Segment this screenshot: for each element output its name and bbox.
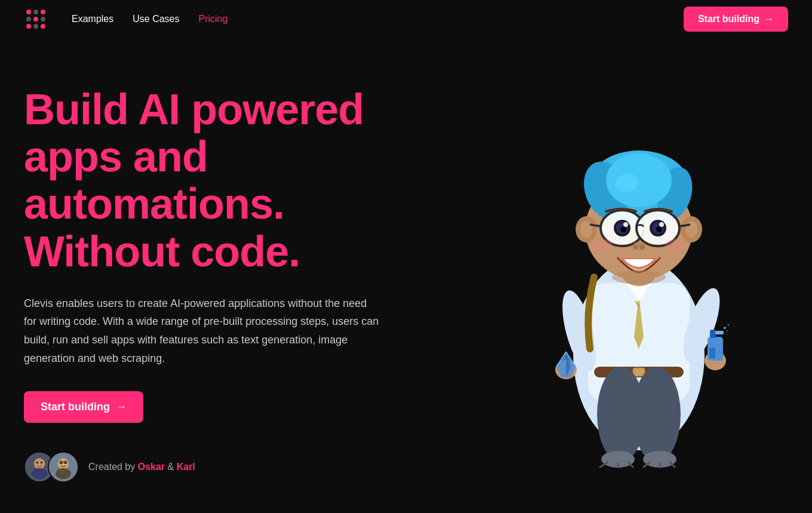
character-illustration: [502, 98, 776, 468]
svg-rect-27: [633, 368, 645, 376]
svg-point-64: [685, 221, 697, 238]
svg-point-12: [36, 462, 38, 464]
svg-point-7: [33, 24, 38, 29]
nav-cta-arrow: →: [764, 14, 774, 24]
svg-point-75: [623, 222, 628, 227]
nav-item-examples[interactable]: Examples: [72, 14, 113, 24]
avatar-karl: [48, 451, 79, 483]
svg-point-80: [633, 245, 638, 250]
svg-point-78: [656, 226, 662, 232]
hero-cta-arrow: →: [116, 401, 127, 413]
hero-content: Build AI powered apps and automations. W…: [24, 86, 382, 483]
hero-title: Build AI powered apps and automations. W…: [24, 86, 382, 275]
svg-point-3: [26, 17, 31, 21]
svg-point-16: [56, 468, 71, 479]
nav-item-use-cases[interactable]: Use Cases: [133, 14, 179, 24]
svg-point-29: [633, 367, 681, 462]
logo[interactable]: [24, 7, 48, 31]
nav-link-examples[interactable]: Examples: [72, 14, 113, 24]
creator-oskar-link[interactable]: Oskar: [138, 462, 165, 472]
svg-point-10: [34, 458, 45, 469]
svg-point-11: [32, 468, 47, 479]
nav-item-pricing[interactable]: Pricing: [199, 14, 228, 24]
svg-rect-48: [710, 330, 716, 338]
nav-left: Examples Use Cases Pricing: [24, 7, 227, 31]
svg-point-4: [33, 17, 38, 21]
hero-section: Build AI powered apps and automations. W…: [0, 38, 812, 506]
svg-point-0: [26, 10, 31, 14]
svg-rect-50: [709, 348, 715, 358]
svg-point-52: [728, 324, 730, 326]
creators-text: Created by Oskar & Karl: [88, 462, 195, 472]
nav-links: Examples Use Cases Pricing: [72, 14, 227, 24]
svg-point-63: [580, 221, 592, 238]
avatars: [24, 451, 79, 483]
svg-point-76: [659, 222, 664, 227]
svg-point-83: [591, 239, 613, 253]
hero-image: [466, 74, 812, 492]
hero-cta-label: Start building: [41, 401, 110, 413]
svg-point-1: [33, 10, 38, 14]
svg-point-8: [41, 24, 45, 29]
nav-start-building-button[interactable]: Start building →: [684, 7, 788, 32]
svg-point-2: [41, 10, 45, 14]
creator-karl-link[interactable]: Karl: [177, 462, 195, 472]
svg-point-13: [41, 462, 43, 464]
nav-cta-label: Start building: [698, 14, 759, 24]
svg-point-5: [41, 17, 45, 21]
navbar: Examples Use Cases Pricing Start buildin…: [0, 0, 812, 38]
svg-point-82: [612, 270, 666, 284]
nav-link-pricing[interactable]: Pricing: [199, 14, 228, 24]
svg-point-51: [724, 327, 726, 329]
svg-point-53: [727, 330, 728, 331]
nav-link-use-cases[interactable]: Use Cases: [133, 14, 179, 24]
svg-point-81: [640, 245, 645, 250]
hero-start-building-button[interactable]: Start building →: [24, 391, 143, 423]
svg-point-84: [665, 239, 687, 253]
creators: Created by Oskar & Karl: [24, 451, 382, 483]
svg-point-77: [620, 226, 626, 232]
svg-rect-49: [715, 331, 724, 334]
hero-description: Clevis enables users to create AI-powere…: [24, 294, 382, 367]
svg-point-15: [58, 458, 69, 469]
svg-point-6: [26, 24, 31, 29]
